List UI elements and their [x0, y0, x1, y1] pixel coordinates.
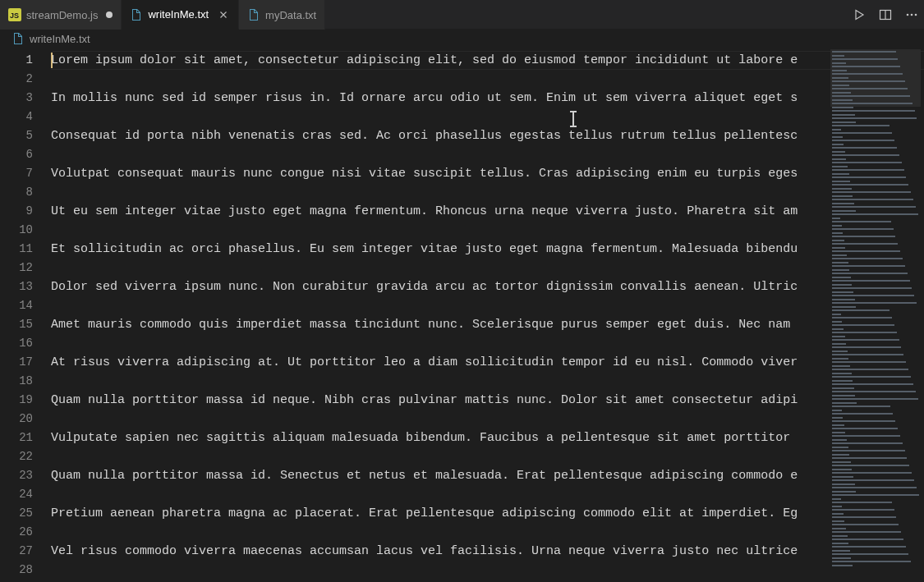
minimap-row	[832, 107, 853, 108]
text-file-icon	[247, 8, 260, 21]
minimap-row	[832, 528, 846, 529]
code-line[interactable]: Dolor sed viverra ipsum nunc. Non curabi…	[51, 277, 924, 296]
line-number: 5	[0, 126, 48, 145]
line-number: 27	[0, 542, 48, 561]
code-line[interactable]	[51, 108, 924, 126]
code-line[interactable]: Amet mauris commodo quis imperdiet massa…	[51, 315, 924, 334]
code-line[interactable]: Vel risus commodo viverra maecenas accum…	[51, 542, 924, 561]
code-line[interactable]	[51, 70, 924, 89]
minimap-row	[832, 199, 913, 200]
code-line[interactable]: Lorem ipsum dolor sit amet, consectetur …	[51, 51, 924, 70]
code-line[interactable]	[51, 145, 924, 164]
line-number: 21	[0, 428, 48, 447]
code-line[interactable]	[51, 410, 924, 428]
minimap-row	[832, 213, 918, 215]
code-line[interactable]	[51, 561, 924, 580]
minimap-row	[832, 553, 908, 555]
minimap-row	[832, 295, 914, 296]
line-number: 26	[0, 523, 48, 542]
minimap-row	[832, 147, 897, 149]
minimap-row	[832, 461, 851, 463]
minimap-row	[832, 136, 843, 138]
js-file-icon: JS	[8, 8, 21, 21]
minimap-row	[832, 383, 913, 385]
code-line[interactable]	[51, 183, 924, 202]
minimap-row	[832, 188, 852, 190]
code-line[interactable]: In mollis nunc sed id semper risus in. I…	[51, 89, 924, 108]
code-line[interactable]	[51, 259, 924, 277]
svg-point-3	[911, 14, 913, 16]
minimap-row	[832, 228, 894, 230]
minimap-row	[832, 417, 843, 419]
code-line[interactable]: Vulputate sapien nec sagittis aliquam ma…	[51, 428, 924, 447]
line-number: 14	[0, 296, 48, 315]
minimap[interactable]	[830, 49, 921, 575]
minimap-row	[832, 413, 893, 415]
code-line[interactable]	[51, 447, 924, 466]
code-line[interactable]: Quam nulla porttitor massa id neque. Nib…	[51, 391, 924, 410]
text-editor[interactable]: 1234567891011121314151617181920212223242…	[0, 48, 924, 582]
line-number: 4	[0, 108, 48, 126]
line-number: 15	[0, 315, 48, 334]
minimap-row	[832, 538, 903, 540]
tab-writeinme-txt[interactable]: writeInMe.txt	[122, 0, 239, 30]
more-actions-icon[interactable]	[904, 7, 919, 22]
minimap-row	[832, 369, 908, 370]
line-number: 22	[0, 447, 48, 466]
minimap-row	[832, 351, 848, 352]
editor-content[interactable]: Lorem ipsum dolor sit amet, consectetur …	[51, 48, 924, 582]
minimap-row	[832, 195, 853, 197]
minimap-row	[832, 88, 908, 89]
minimap-row	[832, 306, 856, 308]
code-line[interactable]	[51, 372, 924, 391]
minimap-row	[832, 524, 899, 525]
code-line[interactable]	[51, 334, 924, 353]
line-number-gutter: 1234567891011121314151617181920212223242…	[0, 48, 48, 582]
minimap-row	[832, 250, 900, 252]
breadcrumb[interactable]: writeInMe.txt	[0, 30, 924, 48]
minimap-row	[832, 395, 855, 396]
minimap-row	[832, 520, 844, 522]
minimap-row	[832, 447, 848, 448]
code-line[interactable]: Et sollicitudin ac orci phasellus. Eu se…	[51, 240, 924, 259]
minimap-row	[832, 361, 906, 363]
code-line[interactable]	[51, 485, 924, 504]
split-editor-icon[interactable]	[878, 7, 893, 22]
minimap-row	[832, 561, 911, 562]
line-number: 16	[0, 334, 48, 353]
code-line[interactable]: Ut eu sem integer vitae justo eget magna…	[51, 202, 924, 221]
minimap-row	[832, 203, 854, 204]
code-line[interactable]: Volutpat consequat mauris nunc congue ni…	[51, 164, 924, 183]
minimap-row	[832, 221, 891, 222]
tab-mydata-txt[interactable]: myData.txt	[239, 0, 325, 30]
code-line[interactable]: Pretium aenean pharetra magna ac placera…	[51, 504, 924, 523]
minimap-row	[832, 258, 903, 259]
code-line[interactable]: At risus viverra adipiscing at. Ut portt…	[51, 353, 924, 372]
minimap-row	[832, 380, 853, 382]
minimap-row	[832, 498, 841, 500]
line-number: 17	[0, 353, 48, 372]
line-number: 13	[0, 277, 48, 296]
code-line[interactable]	[51, 221, 924, 240]
minimap-row	[832, 162, 902, 163]
minimap-row	[832, 435, 900, 437]
minimap-row	[832, 55, 844, 57]
close-icon[interactable]	[217, 8, 230, 21]
minimap-row	[832, 280, 910, 282]
minimap-row	[832, 457, 907, 459]
minimap-row	[832, 121, 856, 123]
code-line[interactable]: Consequat id porta nibh venenatis cras s…	[51, 126, 924, 145]
code-line[interactable]	[51, 296, 924, 315]
minimap-row	[832, 432, 845, 433]
minimap-row	[832, 398, 918, 400]
minimap-row	[832, 95, 910, 97]
run-icon[interactable]	[852, 7, 867, 22]
minimap-row	[832, 129, 841, 131]
minimap-row	[832, 80, 905, 82]
code-line[interactable]	[51, 523, 924, 542]
minimap-row	[832, 483, 855, 485]
minimap-row	[832, 502, 892, 503]
minimap-row	[832, 343, 846, 345]
code-line[interactable]: Quam nulla porttitor massa id. Senectus …	[51, 466, 924, 485]
tab-streamdemo-js[interactable]: JS streamDemo.js	[0, 0, 122, 30]
